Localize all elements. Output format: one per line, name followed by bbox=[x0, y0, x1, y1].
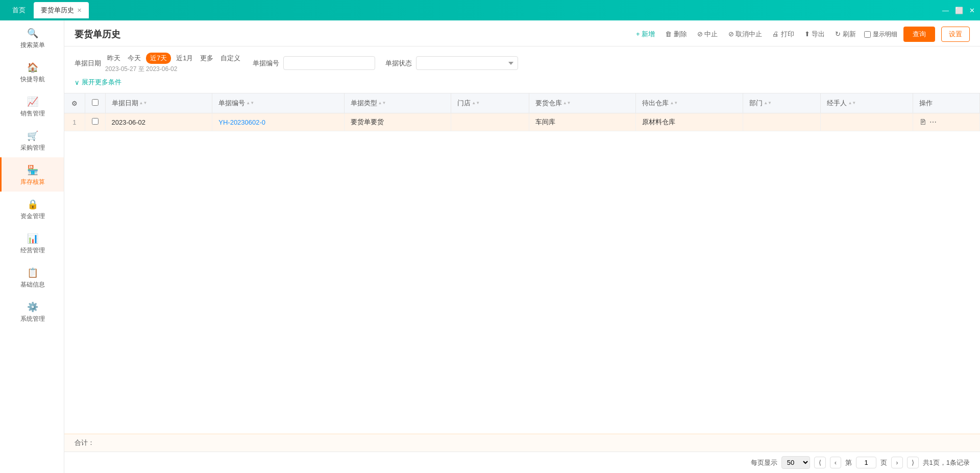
search-menu-icon: 🔍 bbox=[27, 28, 38, 39]
date-range-text: 2023-05-27 至 2023-06-02 bbox=[105, 65, 242, 74]
shortcut-yesterday[interactable]: 昨天 bbox=[105, 53, 122, 64]
row-store bbox=[451, 113, 529, 131]
tab-close-icon[interactable]: ✕ bbox=[77, 7, 82, 14]
row-doc-type: 要货单要货 bbox=[344, 113, 451, 131]
stop-button[interactable]: ⊘ 中止 bbox=[695, 30, 720, 39]
sidebar: 🔍 搜索菜单 🏠 快捷导航 📈 销售管理 🛒 采购管理 🏪 库存核算 🔒 资金管… bbox=[0, 20, 64, 473]
query-button[interactable]: 查询 bbox=[903, 27, 935, 42]
sidebar-item-label: 库存核算 bbox=[20, 178, 45, 186]
print-button[interactable]: 🖨 打印 bbox=[770, 30, 796, 39]
show-detail-input[interactable] bbox=[864, 31, 871, 38]
col-actions: 操作 bbox=[913, 93, 980, 113]
sidebar-item-label: 搜索菜单 bbox=[20, 41, 45, 50]
sidebar-item-label: 基础信息 bbox=[20, 280, 45, 289]
refresh-button[interactable]: ↻ 刷新 bbox=[833, 30, 858, 39]
sidebar-item-label: 快捷导航 bbox=[20, 75, 45, 84]
table-row[interactable]: 1 2023-06-02 YH-20230602-0 要货单要货 车间库 原材料… bbox=[64, 113, 980, 131]
col-doc-date[interactable]: 单据日期 ▲▼ bbox=[105, 93, 212, 113]
row-select-checkbox[interactable] bbox=[92, 118, 99, 125]
tab-home[interactable]: 首页 bbox=[5, 2, 33, 18]
col-handler[interactable]: 经手人 ▲▼ bbox=[821, 93, 913, 113]
sidebar-item-system-mgmt[interactable]: ⚙️ 系统管理 bbox=[0, 294, 64, 328]
date-shortcuts: 昨天 今天 近7天 近1月 更多 自定义 bbox=[105, 53, 242, 64]
sidebar-item-quick-nav[interactable]: 🏠 快捷导航 bbox=[0, 55, 64, 89]
add-button[interactable]: + 新增 bbox=[634, 30, 657, 39]
expand-filter-btn[interactable]: ∨ 展开更多条件 bbox=[75, 78, 970, 87]
pagination: 每页显示 10 20 50 100 ⟨ ‹ 第 页 › ⟩ 共1页，1条记录 bbox=[64, 452, 980, 473]
sidebar-item-purchase-mgmt[interactable]: 🛒 采购管理 bbox=[0, 123, 64, 157]
show-detail-label: 显示明细 bbox=[873, 30, 897, 39]
page-size-select[interactable]: 10 20 50 100 bbox=[781, 456, 810, 469]
sidebar-item-inventory-calc[interactable]: 🏪 库存核算 bbox=[0, 157, 64, 192]
export-button[interactable]: ⬆ 导出 bbox=[802, 30, 827, 39]
page-number-input[interactable] bbox=[856, 457, 876, 468]
date-shortcuts-group: 昨天 今天 近7天 近1月 更多 自定义 2023-05-27 至 2023-0… bbox=[105, 53, 242, 74]
col-settings[interactable]: ⚙ bbox=[64, 93, 85, 113]
row-actions: 🖹 ⋯ bbox=[913, 113, 980, 131]
shortcut-1month[interactable]: 近1月 bbox=[174, 53, 195, 64]
maximize-btn[interactable]: ⬜ bbox=[955, 7, 963, 14]
sidebar-item-sales-mgmt[interactable]: 📈 销售管理 bbox=[0, 89, 64, 123]
row-req-warehouse: 车间库 bbox=[529, 113, 636, 131]
status-select[interactable] bbox=[416, 56, 518, 70]
finance-icon: 🔒 bbox=[27, 199, 38, 210]
doc-no-input[interactable] bbox=[283, 56, 375, 70]
minimize-btn[interactable]: — bbox=[942, 7, 949, 14]
row-dept bbox=[743, 113, 821, 131]
sidebar-item-finance-mgmt[interactable]: 🔒 资金管理 bbox=[0, 192, 64, 226]
col-store[interactable]: 门店 ▲▼ bbox=[451, 93, 529, 113]
expand-filter-label: 展开更多条件 bbox=[82, 78, 121, 87]
status-filter-group: 单据状态 bbox=[385, 56, 518, 70]
row-doc-no[interactable]: YH-20230602-0 bbox=[212, 113, 344, 131]
sales-icon: 📈 bbox=[27, 96, 38, 107]
page-header: 要货单历史 + 新增 🗑 删除 ⊘ 中止 ⊘ 取消中止 🖨 打印 ⬆ 导出 ↻ … bbox=[64, 20, 980, 46]
total-info: 共1页，1条记录 bbox=[923, 458, 970, 467]
row-pending-warehouse: 原材料仓库 bbox=[636, 113, 743, 131]
col-doc-no[interactable]: 单据编号 ▲▼ bbox=[212, 93, 344, 113]
col-pending-warehouse[interactable]: 待出仓库 ▲▼ bbox=[636, 93, 743, 113]
shortcut-custom[interactable]: 自定义 bbox=[218, 53, 242, 64]
status-label: 单据状态 bbox=[385, 59, 412, 68]
row-more-icon[interactable]: ⋯ bbox=[929, 118, 937, 126]
show-detail-checkbox[interactable]: 显示明细 bbox=[864, 30, 897, 39]
select-all-checkbox[interactable] bbox=[92, 99, 99, 106]
footer-summary: 合计： bbox=[64, 434, 980, 452]
row-view-icon[interactable]: 🖹 bbox=[919, 118, 926, 126]
table-body: 1 2023-06-02 YH-20230602-0 要货单要货 车间库 原材料… bbox=[64, 113, 980, 131]
tab-requisition-history[interactable]: 要货单历史 ✕ bbox=[34, 2, 89, 18]
shortcut-more[interactable]: 更多 bbox=[198, 53, 215, 64]
doc-no-filter-group: 单据编号 bbox=[253, 56, 375, 70]
system-icon: ⚙️ bbox=[27, 301, 38, 313]
sidebar-item-basic-info[interactable]: 📋 基础信息 bbox=[0, 260, 64, 294]
sidebar-item-operation-mgmt[interactable]: 📊 经营管理 bbox=[0, 226, 64, 260]
sidebar-item-label: 资金管理 bbox=[20, 212, 45, 221]
col-req-warehouse[interactable]: 要货仓库 ▲▼ bbox=[529, 93, 636, 113]
page-title: 要货单历史 bbox=[75, 28, 120, 40]
col-dept[interactable]: 部门 ▲▼ bbox=[743, 93, 821, 113]
sidebar-item-label: 系统管理 bbox=[20, 315, 45, 323]
delete-button[interactable]: 🗑 删除 bbox=[663, 30, 689, 39]
chevron-down-icon: ∨ bbox=[75, 79, 80, 86]
purchase-icon: 🛒 bbox=[27, 130, 38, 141]
table-container: ⚙ 单据日期 ▲▼ 单据编号 ▲▼ bbox=[64, 93, 980, 434]
doc-no-link[interactable]: YH-20230602-0 bbox=[218, 119, 265, 126]
first-page-button[interactable]: ⟨ bbox=[814, 457, 826, 468]
last-page-button[interactable]: ⟩ bbox=[907, 457, 919, 468]
prev-page-button[interactable]: ‹ bbox=[830, 457, 841, 468]
sidebar-item-label: 经营管理 bbox=[20, 246, 45, 255]
page-label: 第 bbox=[845, 458, 852, 467]
row-index: 1 bbox=[64, 113, 85, 131]
row-doc-date: 2023-06-02 bbox=[105, 113, 212, 131]
col-doc-type[interactable]: 单据类型 ▲▼ bbox=[344, 93, 451, 113]
page-size-label: 每页显示 bbox=[751, 458, 777, 467]
next-page-button[interactable]: › bbox=[891, 457, 902, 468]
sidebar-item-label: 采购管理 bbox=[20, 144, 45, 152]
shortcut-today[interactable]: 今天 bbox=[126, 53, 143, 64]
shortcut-7days[interactable]: 近7天 bbox=[146, 53, 171, 64]
close-btn[interactable]: ✕ bbox=[969, 7, 975, 14]
cancel-stop-button[interactable]: ⊘ 取消中止 bbox=[726, 30, 765, 39]
page-unit: 页 bbox=[880, 458, 887, 467]
settings-button[interactable]: 设置 bbox=[941, 27, 970, 42]
sidebar-item-search-menu[interactable]: 🔍 搜索菜单 bbox=[0, 20, 64, 55]
col-checkbox bbox=[85, 93, 105, 113]
